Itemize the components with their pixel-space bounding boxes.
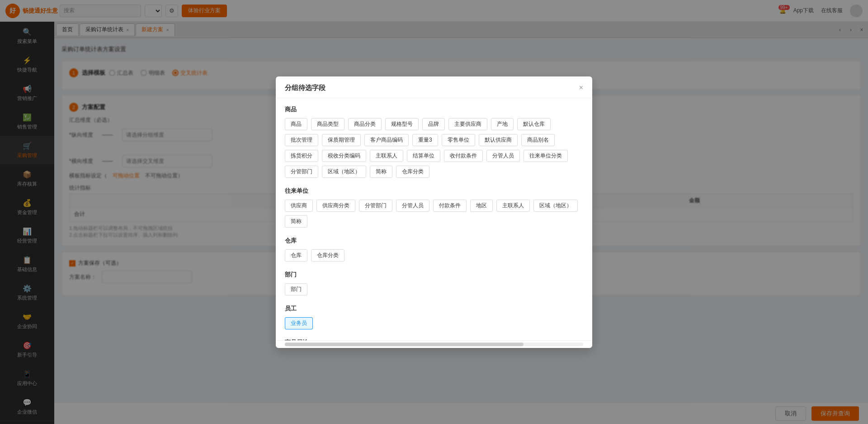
field-chip-goods[interactable]: 商品 [285, 118, 307, 130]
field-chips-staff: 业务员 [285, 317, 583, 329]
field-chip-origin[interactable]: 产地 [491, 118, 514, 130]
field-chip-mgmt-dept2[interactable]: 分管部门 [359, 200, 392, 212]
field-chip-spec-type[interactable]: 规格型号 [385, 118, 419, 130]
field-chip-main-contact[interactable]: 主联系人 [370, 150, 403, 162]
field-chip-payment-terms[interactable]: 收付款条件 [444, 150, 483, 162]
field-chip-warehouse-category[interactable]: 仓库分类 [396, 166, 429, 178]
field-group-title-staff: 员工 [285, 305, 583, 313]
field-chip-region3[interactable]: 区域（地区） [533, 200, 578, 212]
field-chip-default-warehouse[interactable]: 默认仓库 [517, 118, 551, 130]
field-group-title-warehouse: 仓库 [285, 237, 583, 245]
modal: 分组待选字段 × 商品商品商品类型商品分类规格型号品牌主要供应商产地默认仓库批次… [276, 76, 592, 348]
field-chip-default-supplier[interactable]: 默认供应商 [479, 134, 518, 146]
field-chip-brand[interactable]: 品牌 [422, 118, 445, 130]
field-chip-main-supplier[interactable]: 主要供应商 [448, 118, 487, 130]
field-chip-short-name[interactable]: 简称 [370, 166, 392, 178]
field-chip-retail-unit[interactable]: 零售单位 [442, 134, 475, 146]
field-chip-salesperson[interactable]: 业务员 [285, 317, 313, 329]
field-chip-warehouse[interactable]: 仓库 [285, 249, 307, 262]
field-chip-supplier-category[interactable]: 供应商分类 [316, 200, 355, 212]
modal-body: 商品商品商品类型商品分类规格型号品牌主要供应商产地默认仓库批次管理保质期管理客户… [276, 98, 592, 340]
field-chip-dept-manager[interactable]: 分管人员 [486, 150, 520, 162]
field-chip-customer-code[interactable]: 客户商品编码 [364, 134, 409, 146]
modal-scrollbar-area [276, 340, 592, 348]
modal-header: 分组待选字段 × [276, 76, 592, 98]
field-chip-goods-category[interactable]: 商品分类 [348, 118, 382, 130]
horizontal-scrollbar[interactable] [285, 343, 583, 346]
field-chip-dept[interactable]: 部门 [285, 283, 307, 295]
field-chip-main-contact2[interactable]: 主联系人 [496, 200, 530, 212]
field-chip-region2[interactable]: 地区 [470, 200, 493, 212]
field-chip-settlement-unit[interactable]: 结算单位 [407, 150, 440, 162]
field-chip-pick-score[interactable]: 拣货积分 [285, 150, 318, 162]
field-chips-warehouse: 仓库仓库分类 [285, 249, 583, 262]
field-chip-region[interactable]: 区域（地区） [322, 166, 366, 178]
field-group-partner: 往来单位供应商供应商分类分管部门分管人员付款条件地区主联系人区域（地区）简称 [285, 187, 583, 228]
field-group-title-partner: 往来单位 [285, 187, 583, 195]
field-chip-payment-cond[interactable]: 付款条件 [433, 200, 467, 212]
field-chip-goods-alias[interactable]: 商品别名 [521, 134, 555, 146]
field-group-title-goods: 商品 [285, 105, 583, 114]
modal-title: 分组待选字段 [285, 84, 326, 92]
field-chip-short-name2[interactable]: 简称 [285, 215, 307, 228]
field-chip-quality-period[interactable]: 保质期管理 [322, 134, 361, 146]
field-group-goods: 商品商品商品类型商品分类规格型号品牌主要供应商产地默认仓库批次管理保质期管理客户… [285, 105, 583, 178]
field-group-warehouse: 仓库仓库仓库分类 [285, 237, 583, 262]
field-chip-batch-mgmt[interactable]: 批次管理 [285, 134, 318, 146]
field-group-staff: 员工业务员 [285, 305, 583, 329]
scrollbar-thumb [285, 343, 524, 346]
field-chips-partner: 供应商供应商分类分管部门分管人员付款条件地区主联系人区域（地区）简称 [285, 200, 583, 228]
field-chip-warehouse-cat[interactable]: 仓库分类 [311, 249, 344, 262]
field-group-title-dept: 部门 [285, 271, 583, 279]
modal-close-button[interactable]: × [579, 84, 583, 92]
field-chip-goods-type[interactable]: 商品类型 [311, 118, 344, 130]
modal-overlay: 分组待选字段 × 商品商品商品类型商品分类规格型号品牌主要供应商产地默认仓库批次… [0, 0, 868, 424]
field-chip-supplier[interactable]: 供应商 [285, 200, 313, 212]
field-chip-source-unit-category[interactable]: 往来单位分类 [524, 150, 568, 162]
field-chip-mgmt-dept[interactable]: 分管部门 [285, 166, 318, 178]
field-chip-mgmt-staff[interactable]: 分管人员 [396, 200, 429, 212]
field-group-dept: 部门部门 [285, 271, 583, 295]
field-chips-dept: 部门 [285, 283, 583, 295]
field-chips-goods: 商品商品类型商品分类规格型号品牌主要供应商产地默认仓库批次管理保质期管理客户商品… [285, 118, 583, 178]
field-chip-tax-code[interactable]: 税收分类编码 [322, 150, 366, 162]
field-chip-weight3[interactable]: 重量3 [412, 134, 438, 146]
